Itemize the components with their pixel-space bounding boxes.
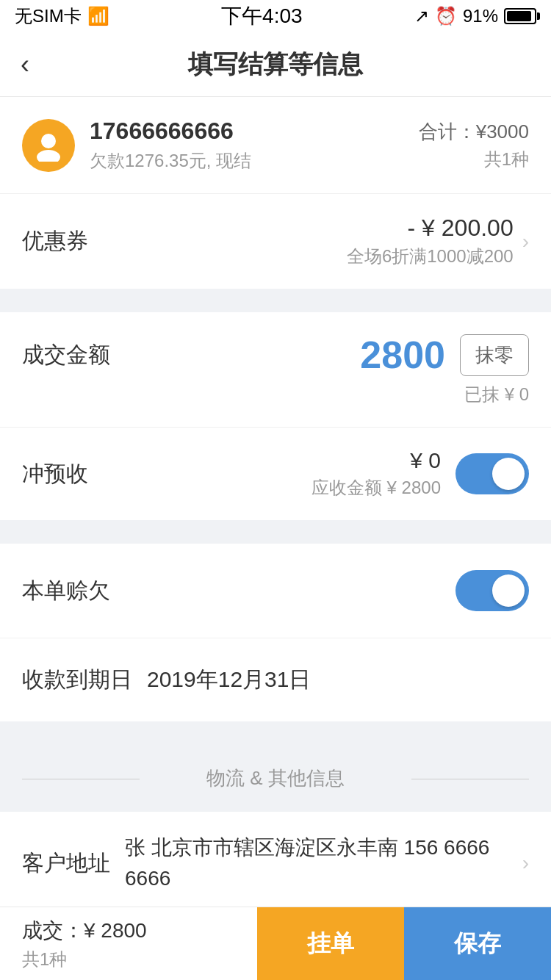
customer-info: 17666666666 欠款1276.35元, 现结 — [90, 118, 251, 173]
page-title: 填写结算等信息 — [188, 48, 363, 82]
prepay-label: 冲预收 — [22, 459, 88, 489]
prepay-row: 冲预收 ¥ 0 应收金额 ¥ 2800 — [0, 427, 551, 520]
back-button[interactable]: ‹ — [21, 49, 29, 80]
duedate-label: 收款到期日 — [22, 665, 132, 695]
debt-label: 本单赊欠 — [22, 576, 110, 606]
battery-fill — [507, 11, 531, 21]
coupon-label: 优惠券 — [22, 226, 88, 256]
customer-section: 17666666666 欠款1276.35元, 现结 合计：¥3000 共1种 … — [0, 97, 551, 289]
deal-label: 成交： — [22, 919, 84, 942]
carrier-label: 无SIM卡 — [15, 4, 82, 28]
bottom-summary: 成交：¥ 2800 共1种 — [0, 917, 257, 971]
deal-count: 共1种 — [22, 948, 235, 971]
divider-1 — [0, 300, 551, 312]
round-button[interactable]: 抹零 — [460, 334, 529, 376]
pending-button[interactable]: 挂单 — [257, 907, 404, 980]
debt-row: 本单赊欠 — [0, 544, 551, 638]
coupon-row[interactable]: 优惠券 - ¥ 200.00 全场6折满1000减200 › — [0, 193, 551, 289]
amount-label: 成交金额 — [22, 340, 110, 370]
address-label: 客户地址 — [22, 849, 110, 879]
total-label: 合计：¥3000 — [419, 119, 529, 145]
deal-amount: ¥ 2800 — [84, 919, 147, 942]
amount-right: 2800 抹零 — [360, 333, 529, 377]
customer-debt: 欠款1276.35元, 现结 — [90, 149, 251, 173]
address-chevron-icon: › — [522, 851, 529, 875]
prepay-amount-wrapper: ¥ 0 应收金额 ¥ 2800 — [311, 448, 441, 500]
coupon-discount: - ¥ 200.00 — [347, 215, 514, 242]
address-right: › — [522, 851, 529, 875]
amount-value: 2800 — [360, 333, 445, 377]
total-count: 共1种 — [419, 148, 529, 171]
amount-section: 成交金额 2800 抹零 已抹 ¥ 0 冲预收 ¥ 0 应收金额 ¥ 2800 — [0, 312, 551, 520]
customer-right: 合计：¥3000 共1种 — [419, 119, 529, 171]
customer-phone: 17666666666 — [90, 118, 251, 145]
address-section: 客户地址 张 北京市市辖区海淀区永丰南 156 6666 6666 › — [0, 812, 551, 915]
deal-info: 成交：¥ 2800 — [22, 917, 235, 945]
status-time: 下午4:03 — [221, 2, 303, 30]
bottom-bar: 成交：¥ 2800 共1种 挂单 保存 — [0, 907, 551, 980]
amount-sub: 已抹 ¥ 0 — [22, 383, 529, 406]
customer-left: 17666666666 欠款1276.35元, 现结 — [22, 118, 251, 173]
coupon-right: - ¥ 200.00 全场6折满1000减200 › — [347, 215, 529, 268]
address-value: 张 北京市市辖区海淀区永丰南 156 6666 6666 — [125, 832, 522, 894]
address-row[interactable]: 客户地址 张 北京市市辖区海淀区永丰南 156 6666 6666 › — [0, 812, 551, 915]
duedate-row: 收款到期日 2019年12月31日 — [0, 638, 551, 721]
alarm-icon: ⏰ — [435, 6, 457, 26]
coupon-right-wrapper: - ¥ 200.00 全场6折满1000减200 — [347, 215, 514, 268]
debt-toggle[interactable] — [455, 570, 529, 611]
location-icon: ↗ — [414, 6, 429, 26]
status-right: ↗ ⏰ 91% — [414, 6, 536, 26]
prepay-amount: ¥ 0 — [311, 448, 441, 473]
avatar-icon — [32, 129, 65, 162]
avatar — [22, 119, 75, 172]
bottom-buttons: 挂单 保存 — [257, 907, 551, 980]
logistics-header: 物流 & 其他信息 — [0, 745, 551, 812]
status-bar: 无SIM卡 📶 下午4:03 ↗ ⏰ 91% — [0, 0, 551, 32]
amount-row-wrapper: 成交金额 2800 抹零 已抹 ¥ 0 — [0, 312, 551, 427]
prepay-sub: 应收金额 ¥ 2800 — [311, 476, 441, 500]
coupon-desc: 全场6折满1000减200 — [347, 245, 514, 268]
battery-icon — [504, 8, 536, 24]
prepay-toggle[interactable] — [455, 453, 529, 494]
content: 17666666666 欠款1276.35元, 现结 合计：¥3000 共1种 … — [0, 97, 551, 980]
divider-3 — [0, 733, 551, 745]
svg-point-0 — [41, 134, 56, 148]
amount-row: 成交金额 2800 抹零 — [22, 333, 529, 377]
logistics-title: 物流 & 其他信息 — [206, 765, 345, 791]
debt-section: 本单赊欠 收款到期日 2019年12月31日 — [0, 544, 551, 721]
status-left: 无SIM卡 📶 — [15, 4, 109, 28]
wifi-icon: 📶 — [87, 6, 109, 26]
customer-row: 17666666666 欠款1276.35元, 现结 合计：¥3000 共1种 — [0, 97, 551, 193]
duedate-value: 2019年12月31日 — [147, 665, 311, 695]
save-button[interactable]: 保存 — [404, 907, 551, 980]
prepay-right: ¥ 0 应收金额 ¥ 2800 — [311, 448, 529, 500]
nav-bar: ‹ 填写结算等信息 — [0, 32, 551, 97]
svg-point-1 — [37, 150, 60, 162]
battery-percent: 91% — [463, 6, 498, 26]
chevron-right-icon: › — [522, 230, 529, 253]
divider-2 — [0, 532, 551, 544]
